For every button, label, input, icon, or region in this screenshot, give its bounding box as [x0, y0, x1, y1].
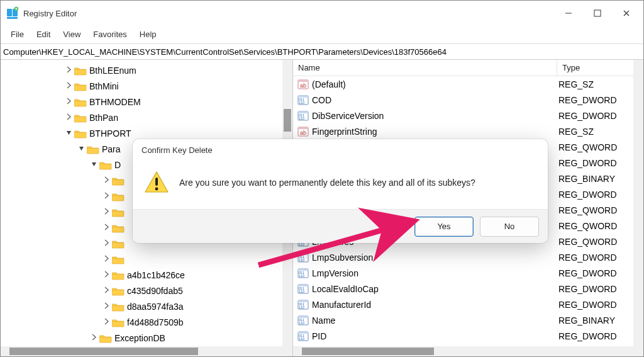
folder-icon	[112, 285, 125, 297]
folder-icon	[74, 96, 87, 108]
tree-hscroll[interactable]	[1, 346, 292, 356]
list-hscroll[interactable]	[293, 346, 643, 356]
folder-icon	[112, 254, 125, 265]
minimize-button[interactable]	[554, 3, 583, 23]
chevron-right-icon[interactable]	[64, 113, 74, 122]
folder-icon	[112, 222, 125, 234]
list-item[interactable]: (Default)REG_SZ	[293, 76, 633, 92]
address-bar[interactable]: Computer\HKEY_LOCAL_MACHINE\SYSTEM\Curre…	[1, 43, 643, 60]
folder-icon	[112, 207, 125, 218]
folder-icon	[112, 191, 125, 202]
tree-item[interactable]: BthPan	[1, 110, 292, 125]
menu-edit[interactable]: Edit	[30, 27, 57, 42]
menu-favorites[interactable]: Favorites	[87, 27, 133, 42]
tree-item[interactable]: ExceptionDB	[1, 330, 292, 346]
chevron-right-icon[interactable]	[64, 66, 74, 74]
value-type: REG_DWORD	[558, 300, 617, 310]
folder-icon	[87, 144, 99, 155]
tree-item-label: ExceptionDB	[114, 333, 165, 343]
list-item[interactable]: LmpVersionREG_DWORD	[293, 265, 633, 281]
close-button[interactable]	[612, 3, 641, 23]
col-name-header[interactable]: Name	[293, 60, 557, 76]
folder-icon	[112, 238, 125, 249]
list-item[interactable]: NameREG_BINARY	[293, 312, 633, 328]
tree-item[interactable]: c435d90fdab5	[1, 283, 292, 298]
tree-item[interactable]: BTHMODEM	[1, 94, 292, 110]
chevron-right-icon[interactable]	[101, 255, 111, 263]
binary-value-icon	[297, 110, 309, 122]
folder-icon	[112, 269, 125, 281]
value-type: REG_DWORD	[558, 190, 617, 200]
chevron-right-icon[interactable]	[101, 224, 111, 232]
binary-value-icon	[297, 283, 309, 295]
value-type: REG_DWORD	[558, 95, 617, 105]
col-type-header[interactable]: Type	[557, 60, 643, 76]
menu-file[interactable]: File	[4, 27, 30, 42]
app-icon	[6, 6, 19, 20]
chevron-right-icon[interactable]	[101, 192, 111, 200]
value-type: REG_QWORD	[558, 237, 617, 247]
list-header[interactable]: Name Type	[293, 60, 643, 76]
window-title: Registry Editor	[23, 9, 77, 18]
value-type: REG_DWORD	[558, 111, 617, 121]
chevron-down-icon[interactable]	[64, 129, 74, 137]
value-type: REG_DWORD	[558, 284, 617, 294]
value-type: REG_DWORD	[558, 331, 617, 341]
chevron-right-icon[interactable]	[101, 239, 111, 247]
folder-icon	[112, 175, 125, 186]
tree-item[interactable]: a4b1c1b426ce	[1, 267, 292, 283]
folder-icon	[74, 128, 87, 139]
value-name: LmpSubversion	[312, 252, 558, 263]
tree-item[interactable]: d8aa5974fa3a	[1, 298, 292, 314]
tree-item[interactable]: BthMini	[1, 78, 292, 94]
tree-item-label: a4b1c1b426ce	[127, 270, 185, 280]
chevron-right-icon[interactable]	[89, 334, 99, 342]
value-name: ManufacturerId	[312, 300, 558, 310]
chevron-right-icon[interactable]	[64, 82, 74, 90]
tree-item[interactable]	[1, 251, 292, 267]
tree-item-label: c435d90fdab5	[127, 286, 183, 296]
yes-button[interactable]: Yes	[414, 217, 474, 237]
tree-item[interactable]: BthLEEnum	[1, 62, 292, 78]
list-item[interactable]: DibServiceVersionREG_DWORD	[293, 108, 633, 123]
dialog-buttons: Yes No	[133, 209, 548, 243]
no-button[interactable]: No	[480, 217, 539, 237]
list-item[interactable]: LocalEvaldIoCapREG_DWORD	[293, 281, 633, 297]
string-value-icon	[297, 125, 309, 138]
tree-item[interactable]: f4d488d7509b	[1, 314, 292, 330]
list-vscroll[interactable]	[633, 60, 643, 346]
list-item[interactable]: CODREG_DWORD	[293, 92, 633, 108]
chevron-right-icon[interactable]	[64, 98, 74, 106]
value-type: REG_SZ	[558, 79, 594, 89]
list-item[interactable]: ManufacturerIdREG_DWORD	[293, 297, 633, 312]
chevron-right-icon[interactable]	[101, 318, 111, 326]
value-type: REG_BINARY	[558, 174, 615, 184]
chevron-right-icon[interactable]	[101, 286, 111, 295]
chevron-right-icon[interactable]	[101, 208, 111, 216]
value-name: COD	[312, 95, 558, 105]
titlebar: Registry Editor	[1, 1, 643, 26]
chevron-right-icon[interactable]	[101, 176, 111, 184]
list-item[interactable]: LmpSubversionREG_DWORD	[293, 249, 633, 265]
menu-help[interactable]: Help	[133, 27, 163, 42]
value-type: REG_DWORD	[558, 158, 617, 168]
binary-value-icon	[297, 251, 309, 264]
tree-item-label: BTHPORT	[89, 128, 131, 139]
value-type: REG_QWORD	[558, 221, 617, 231]
folder-icon	[99, 159, 112, 171]
tree-item-label: BTHMODEM	[89, 97, 141, 107]
chevron-right-icon[interactable]	[101, 271, 111, 279]
maximize-button[interactable]	[583, 3, 612, 23]
chevron-right-icon[interactable]	[101, 302, 111, 310]
folder-icon	[112, 301, 125, 312]
chevron-down-icon[interactable]	[89, 161, 99, 169]
list-item[interactable]: PIDREG_DWORD	[293, 328, 633, 344]
menu-view[interactable]: View	[57, 27, 87, 42]
value-name: (Default)	[312, 79, 558, 89]
list-item[interactable]: FingerprintStringREG_SZ	[293, 123, 633, 139]
tree-item-label: f4d488d7509b	[127, 317, 184, 327]
chevron-down-icon[interactable]	[76, 145, 86, 153]
tree-item-label: D	[114, 160, 121, 170]
dialog-title: Confirm Key Delete	[133, 139, 548, 156]
menubar: File Edit View Favorites Help	[1, 26, 643, 43]
